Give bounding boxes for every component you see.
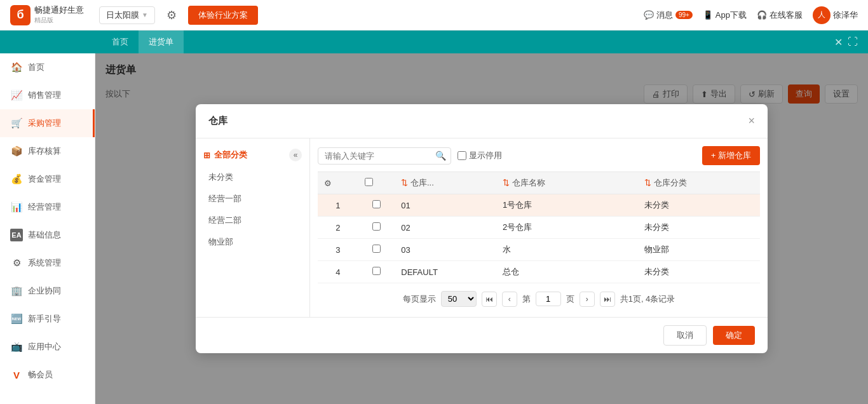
row-checkbox-3[interactable] [372, 245, 381, 253]
sidebar-label-home: 首页 [28, 62, 44, 73]
sidebar-label-basic: 基础信息 [28, 229, 61, 241]
secondary-nav: 首页 进货单 ✕ ⛶ [0, 30, 868, 53]
table-row[interactable]: 2 02 2号仓库 未分类 [318, 217, 760, 239]
sidebar-item-purchase[interactable]: 🛒 采购管理 [0, 109, 95, 137]
pagination: 每页显示 50 10 20 100 ⏮ ‹ 第 页 [318, 283, 760, 309]
sidebar-item-sales[interactable]: 📈 销售管理 [0, 81, 95, 109]
modal-close-button[interactable]: × [748, 114, 755, 128]
sidebar-item-appcenter[interactable]: 📺 应用中心 [0, 333, 95, 361]
warehouse-modal: 仓库 × ⊞ 全部分类 « 未分类 [196, 104, 768, 353]
sales-icon: 📈 [10, 89, 23, 102]
row-cb-3 [358, 239, 395, 261]
category-item-property[interactable]: 物业部 [196, 231, 309, 253]
select-all-checkbox[interactable] [365, 178, 373, 186]
first-page-button[interactable]: ⏮ [482, 292, 497, 307]
page-label: 第 [522, 293, 531, 305]
prev-page-button[interactable]: ‹ [502, 292, 517, 307]
show-disabled-label[interactable]: 显示停用 [458, 150, 502, 161]
row-cat-4: 未分类 [638, 261, 760, 283]
system-icon: ⚙ [10, 257, 23, 269]
row-cb-1 [358, 194, 395, 217]
tab-close-icon[interactable]: ✕ [834, 36, 843, 48]
sidebar-label-enterprise: 企业协同 [28, 285, 61, 297]
modal-overlay: 仓库 × ⊞ 全部分类 « 未分类 [95, 53, 868, 404]
collapse-button[interactable]: « [289, 149, 302, 161]
sidebar-item-finance[interactable]: 💰 资金管理 [0, 165, 95, 193]
secondnav-right: ✕ ⛶ [834, 36, 858, 48]
row-checkbox-4[interactable] [372, 267, 381, 275]
appcenter-icon: 📺 [10, 340, 23, 353]
row-name-2: 2号仓库 [496, 217, 638, 239]
enterprise-icon: 🏢 [10, 285, 23, 297]
page-suffix: 页 [566, 293, 574, 305]
table-head: ⚙ ⇅ 仓库... [318, 172, 760, 194]
last-page-button[interactable]: ⏭ [600, 292, 615, 307]
all-categories-button[interactable]: ⊞ 全部分类 [203, 149, 247, 161]
logo-name: 畅捷通好生意 [34, 5, 84, 16]
th-gear: ⚙ [318, 172, 358, 194]
row-code-3: 03 [395, 239, 496, 261]
topbar-right: 💬 消息 99+ 📱 App下载 🎧 在线客服 人 徐泽华 [644, 6, 858, 24]
category-sidebar: ⊞ 全部分类 « 未分类 经营一部 经营二部 物业部 [196, 138, 310, 317]
new-warehouse-button[interactable]: + 新增仓库 [702, 146, 760, 165]
next-page-button[interactable]: › [580, 292, 595, 307]
sort-icon: ⇅ [401, 178, 408, 187]
sidebar-item-guide[interactable]: 🆕 新手引导 [0, 305, 95, 333]
table-row[interactable]: 4 DEFAULT 总仓 未分类 [318, 261, 760, 283]
table-body: 1 01 1号仓库 未分类 2 [318, 194, 760, 283]
row-checkbox-1[interactable] [372, 200, 381, 208]
sidebar-item-home[interactable]: 🏠 首页 [0, 53, 95, 81]
row-gear-1: 1 [318, 194, 358, 217]
table-row[interactable]: 1 01 1号仓库 未分类 [318, 194, 760, 217]
messages-button[interactable]: 💬 消息 99+ [644, 10, 693, 21]
chevron-down-icon: ▼ [142, 11, 148, 18]
logo-area: б 畅捷通好生意 精品版 [10, 5, 99, 25]
row-cat-2: 未分类 [638, 217, 760, 239]
row-checkbox-2[interactable] [372, 222, 381, 231]
topbar: б 畅捷通好生意 精品版 日太阳膜 ▼ ⚙ 体验行业方案 💬 消息 99+ 📱 … [0, 0, 868, 30]
show-disabled-checkbox[interactable] [458, 151, 466, 160]
store-selector[interactable]: 日太阳膜 ▼ [99, 6, 155, 24]
cancel-button[interactable]: 取消 [663, 325, 707, 346]
per-page-select[interactable]: 50 10 20 100 [441, 291, 477, 307]
th-category: ⇅ 仓库分类 [638, 172, 760, 194]
sidebar: 🏠 首页 📈 销售管理 🛒 采购管理 📦 库存核算 💰 资金管理 📊 经营管理 … [0, 53, 95, 404]
user-profile[interactable]: 人 徐泽华 [813, 6, 858, 24]
sidebar-item-enterprise[interactable]: 🏢 企业协同 [0, 277, 95, 305]
expand-icon[interactable]: ⛶ [848, 36, 858, 48]
row-name-4: 总仓 [496, 261, 638, 283]
message-icon: 💬 [644, 10, 654, 20]
category-item-unclassified[interactable]: 未分类 [196, 166, 309, 188]
sidebar-label-sales: 销售管理 [28, 90, 61, 101]
grid-icon: ⊞ [203, 151, 210, 160]
sidebar-item-system[interactable]: ⚙ 系统管理 [0, 249, 95, 277]
row-cb-2 [358, 217, 395, 239]
logo-icon: б [10, 5, 31, 25]
row-code-1: 01 [395, 194, 496, 217]
sidebar-item-member[interactable]: V 畅会员 [0, 361, 95, 389]
category-item-ops2[interactable]: 经营二部 [196, 210, 309, 231]
row-name-1: 1号仓库 [496, 194, 638, 217]
finance-icon: 💰 [10, 173, 23, 185]
sidebar-label-appcenter: 应用中心 [28, 341, 61, 353]
table-row[interactable]: 3 03 水 物业部 [318, 239, 760, 261]
home-icon: 🏠 [10, 61, 23, 74]
settings-icon[interactable]: ⚙ [161, 5, 182, 25]
table-area: 🔍 显示停用 + 新增仓库 [310, 138, 768, 317]
business-icon: 📊 [10, 201, 23, 213]
online-service-button[interactable]: 🎧 在线客服 [757, 10, 803, 21]
secondnav-item-purchase[interactable]: 进货单 [139, 30, 184, 53]
search-input[interactable] [318, 147, 451, 165]
trial-button[interactable]: 体验行业方案 [188, 6, 258, 25]
sidebar-item-basic-info[interactable]: EA 基础信息 [0, 221, 95, 249]
secondnav-item-home[interactable]: 首页 [102, 30, 139, 53]
category-item-ops1[interactable]: 经营一部 [196, 188, 309, 210]
page-number-input[interactable] [536, 292, 561, 306]
sidebar-item-business[interactable]: 📊 经营管理 [0, 193, 95, 221]
notification-badge: 99+ [675, 11, 693, 19]
app-download-button[interactable]: 📱 App下载 [703, 10, 747, 21]
confirm-button[interactable]: 确定 [713, 326, 755, 345]
table-scroll: ⚙ ⇅ 仓库... [318, 172, 760, 283]
sidebar-item-inventory[interactable]: 📦 库存核算 [0, 137, 95, 165]
per-page-label: 每页显示 [403, 293, 436, 305]
